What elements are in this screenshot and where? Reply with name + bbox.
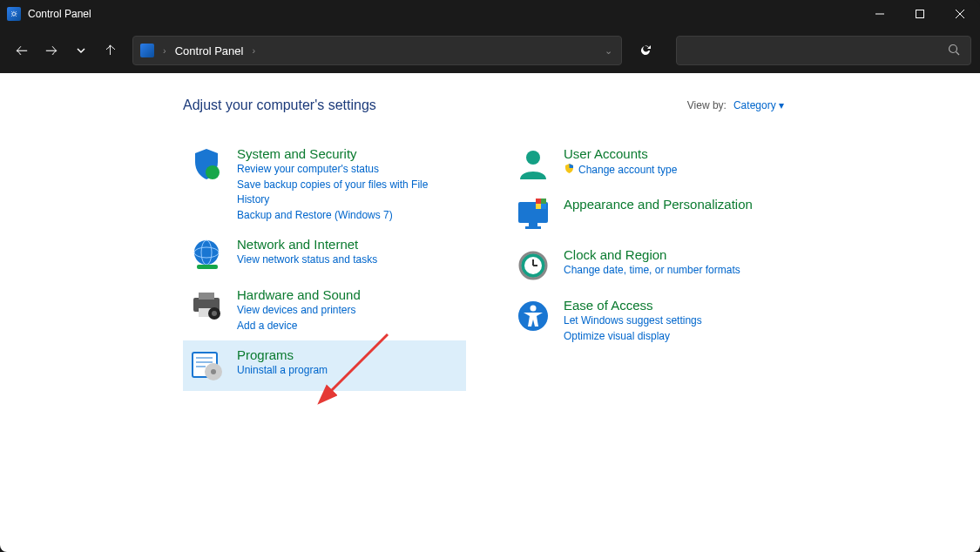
app-icon: ⛭ [7, 7, 21, 21]
category-link[interactable]: Uninstall a program [237, 363, 328, 378]
category-hardware[interactable]: Hardware and Sound View devices and prin… [183, 280, 466, 340]
category-appearance[interactable]: Appearance and Personalization [510, 190, 793, 240]
svg-point-36 [531, 306, 537, 312]
address-bar[interactable]: › Control Panel › ⌄ [132, 36, 622, 65]
category-link[interactable]: Backup and Restore (Windows 7) [237, 208, 461, 223]
breadcrumb-root[interactable]: Control Panel [175, 44, 244, 57]
accessibility-icon [515, 298, 551, 334]
svg-rect-29 [541, 204, 546, 209]
category-link[interactable]: Change date, time, or number formats [564, 263, 740, 278]
programs-icon [188, 347, 225, 384]
view-by-label: View by: [687, 99, 727, 111]
search-icon [948, 44, 960, 58]
category-column-right: User Accounts Change account type Appear… [510, 139, 793, 391]
category-link[interactable]: Review your computer's status [237, 162, 461, 177]
window-title: Control Panel [28, 8, 91, 20]
category-title[interactable]: Clock and Region [564, 247, 740, 262]
search-input[interactable] [676, 36, 971, 65]
recent-button[interactable] [68, 37, 94, 64]
chevron-right-icon: › [161, 45, 168, 56]
svg-point-15 [212, 311, 217, 316]
svg-point-21 [211, 369, 216, 374]
category-title[interactable]: Ease of Access [564, 298, 702, 313]
category-title[interactable]: Programs [237, 347, 328, 362]
printer-icon [188, 287, 225, 324]
titlebar: ⛭ Control Panel [0, 0, 980, 28]
svg-rect-10 [197, 265, 218, 269]
category-title[interactable]: Hardware and Sound [237, 287, 361, 302]
chevron-down-icon[interactable]: ⌄ [603, 45, 614, 57]
svg-rect-24 [529, 223, 537, 226]
category-link[interactable]: Optimize visual display [564, 329, 702, 344]
category-column-left: System and Security Review your computer… [183, 139, 466, 391]
category-network[interactable]: Network and Internet View network status… [183, 230, 466, 280]
clock-icon [515, 247, 551, 284]
category-programs[interactable]: Programs Uninstall a program [183, 340, 466, 391]
category-link[interactable]: Let Windows suggest settings [564, 313, 702, 328]
category-system-security[interactable]: System and Security Review your computer… [183, 139, 466, 230]
svg-rect-25 [525, 226, 541, 229]
svg-point-4 [950, 44, 957, 52]
category-clock-region[interactable]: Clock and Region Change date, time, or n… [510, 240, 793, 291]
uac-shield-icon [564, 162, 575, 178]
svg-rect-1 [916, 10, 924, 18]
close-button[interactable] [940, 0, 980, 28]
forward-button[interactable]: 🡢 [38, 37, 64, 64]
monitor-icon [515, 197, 551, 233]
svg-line-5 [956, 51, 960, 55]
category-ease-of-access[interactable]: Ease of Access Let Windows suggest setti… [510, 291, 793, 351]
category-link[interactable]: View devices and printers [237, 303, 361, 318]
address-icon [140, 44, 154, 57]
shield-icon [188, 146, 225, 183]
svg-rect-12 [199, 293, 214, 300]
back-button[interactable]: 🡠 [9, 37, 35, 64]
category-link[interactable]: Add a device [237, 319, 361, 333]
navbar: 🡠 🡢 🡡 › Control Panel › ⌄ [0, 28, 980, 73]
category-title[interactable]: User Accounts [564, 146, 677, 161]
minimize-button[interactable] [860, 0, 900, 28]
category-link[interactable]: Save backup copies of your files with Fi… [237, 178, 461, 207]
view-by-dropdown[interactable]: Category ▾ [733, 99, 784, 111]
category-title[interactable]: Network and Internet [237, 237, 377, 252]
page-heading: Adjust your computer's settings [183, 98, 376, 113]
svg-point-7 [194, 240, 219, 265]
view-by: View by: Category ▾ [687, 99, 784, 111]
content-area: Adjust your computer's settings View by:… [0, 73, 980, 552]
category-title[interactable]: Appearance and Personalization [564, 197, 753, 212]
globe-icon [188, 237, 225, 273]
category-user-accounts[interactable]: User Accounts Change account type [510, 139, 793, 190]
maximize-button[interactable] [900, 0, 940, 28]
svg-rect-28 [536, 204, 541, 209]
svg-rect-27 [541, 199, 546, 204]
user-icon [515, 146, 551, 183]
svg-rect-26 [536, 199, 541, 204]
refresh-button[interactable] [631, 36, 660, 65]
svg-point-22 [526, 151, 540, 165]
category-link[interactable]: View network status and tasks [237, 252, 377, 267]
svg-point-6 [206, 165, 220, 179]
category-link[interactable]: Change account type [578, 163, 677, 178]
up-button[interactable]: 🡡 [98, 37, 124, 64]
category-title[interactable]: System and Security [237, 146, 461, 161]
chevron-right-icon: › [250, 45, 257, 56]
